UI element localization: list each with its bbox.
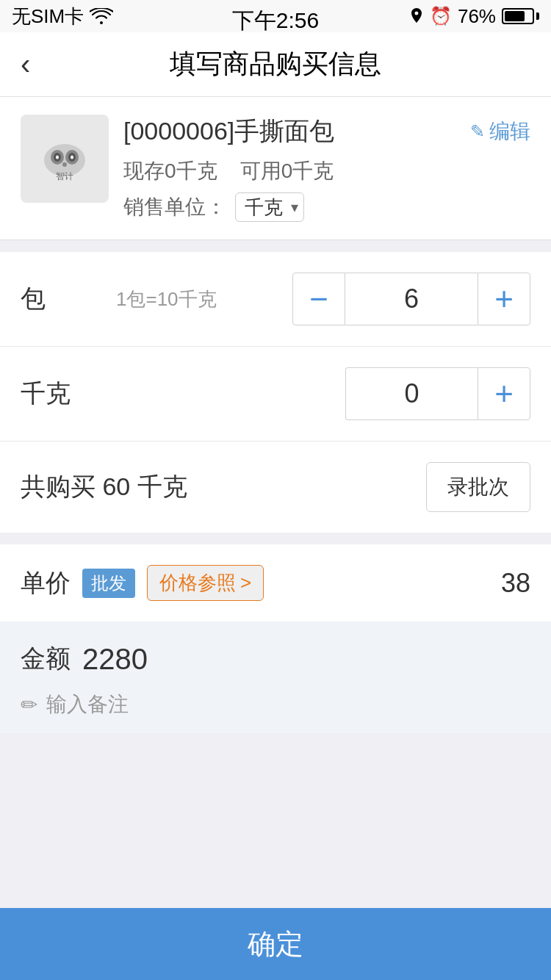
unit-select-wrap[interactable]: 千克 包 ▾: [235, 192, 304, 222]
svg-text:智计: 智计: [56, 171, 73, 181]
status-bar: 无SIM卡 下午2:56 ⏰ 76%: [0, 0, 551, 32]
price-ref-arrow-icon: >: [240, 572, 251, 594]
product-thumbnail: 智计: [21, 115, 109, 203]
svg-point-6: [71, 156, 73, 159]
kg-input-row: 千克 +: [0, 347, 551, 442]
kg-label: 千克: [21, 377, 109, 411]
kg-plus-button[interactable]: +: [478, 367, 530, 420]
amount-value: 2280: [82, 643, 148, 676]
total-text: 共购买 60 千克: [21, 470, 426, 504]
product-section: 智计 [0000006]手撕面包 现存0千克 可用0千克 销售单位： 千克 包 …: [0, 97, 551, 240]
status-right: ⏰ 76%: [409, 5, 539, 28]
batch-tag: 批发: [82, 569, 135, 598]
kg-stepper: +: [345, 367, 530, 420]
edit-icon: ✎: [470, 121, 485, 142]
product-owl-logo: 智计: [35, 137, 94, 181]
battery-icon: [502, 8, 539, 24]
battery-text: 76%: [458, 5, 496, 28]
price-ref-label: 价格参照: [159, 570, 236, 596]
amount-row: 金额 2280: [21, 642, 530, 676]
location-icon: [409, 8, 424, 24]
price-ref-button[interactable]: 价格参照 >: [147, 565, 264, 601]
edit-button[interactable]: ✎ 编辑: [470, 118, 530, 145]
total-row: 共购买 60 千克 录批次: [0, 442, 551, 533]
divider-2: [0, 533, 551, 544]
nav-bar: ‹ 填写商品购买信息: [0, 32, 551, 97]
edit-label: 编辑: [489, 118, 530, 145]
product-info: [0000006]手撕面包 现存0千克 可用0千克 销售单位： 千克 包 ▾: [123, 115, 530, 222]
available-text: 可用0千克: [240, 159, 334, 182]
alarm-icon: ⏰: [430, 6, 452, 26]
remark-row[interactable]: ✏ 输入备注: [21, 691, 530, 718]
bag-input-row: 包 1包=10千克 − +: [0, 252, 551, 347]
input-section: 包 1包=10千克 − + 千克 +: [0, 252, 551, 442]
status-left: 无SIM卡: [12, 4, 113, 29]
stock-text: 现存0千克: [123, 159, 217, 182]
bag-sub-label: 1包=10千克: [116, 287, 217, 312]
carrier-text: 无SIM卡: [12, 4, 84, 29]
wifi-icon: [90, 8, 113, 24]
unit-select[interactable]: 千克 包: [235, 192, 304, 222]
amount-section: 金额 2280 ✏ 输入备注: [0, 621, 551, 733]
price-label: 单价: [21, 566, 71, 600]
product-stock: 现存0千克 可用0千克: [123, 157, 530, 185]
product-name: [0000006]手撕面包: [123, 115, 530, 148]
unit-label: 销售单位：: [123, 193, 226, 221]
confirm-button[interactable]: 确定: [0, 908, 551, 980]
bag-minus-button[interactable]: −: [292, 273, 345, 325]
remark-input[interactable]: 输入备注: [46, 691, 129, 718]
page-title: 填写商品购买信息: [170, 46, 381, 82]
kg-value-input[interactable]: [345, 367, 478, 420]
bag-plus-button[interactable]: +: [478, 273, 530, 325]
record-batch-button[interactable]: 录批次: [426, 462, 530, 512]
svg-point-5: [56, 156, 59, 159]
svg-point-7: [62, 162, 67, 167]
divider-1: [0, 240, 551, 252]
price-section: 单价 批发 价格参照 > 38: [0, 544, 551, 621]
remark-pencil-icon: ✏: [21, 693, 37, 717]
product-unit-row: 销售单位： 千克 包 ▾: [123, 192, 530, 222]
status-time: 下午2:56: [232, 6, 319, 36]
price-value: 38: [501, 568, 530, 599]
bag-stepper: − +: [292, 273, 530, 325]
back-button[interactable]: ‹: [21, 48, 30, 81]
amount-label: 金额: [21, 642, 71, 676]
bag-value-input[interactable]: [345, 273, 478, 325]
bag-label: 包: [21, 282, 109, 316]
